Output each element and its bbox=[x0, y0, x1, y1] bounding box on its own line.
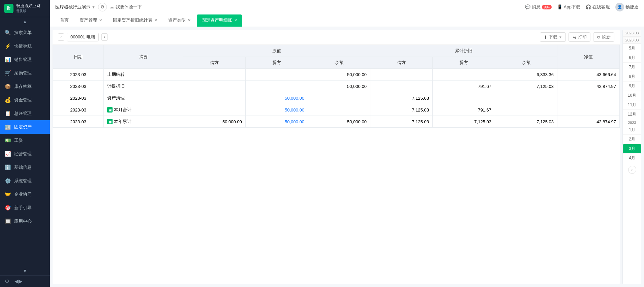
date-panel-month-3[interactable]: 3月 bbox=[623, 144, 641, 154]
date-panel-month-2[interactable]: 2月 bbox=[623, 135, 641, 144]
sidebar-item-purchase[interactable]: 🛒 采购管理 bbox=[0, 66, 50, 80]
cell-accum-balance: 6,333.36 bbox=[495, 69, 557, 81]
customer-service-label: 在线客服 bbox=[592, 4, 610, 10]
user-name: 畅捷通 bbox=[625, 4, 639, 10]
app-download-btn[interactable]: 📱 App下载 bbox=[557, 4, 580, 10]
app-download-icon: 📱 bbox=[557, 4, 562, 9]
sidebar-item-search[interactable]: 🔍 搜索菜单 bbox=[0, 26, 50, 39]
th-original-value: 原值 bbox=[183, 45, 370, 57]
sidebar-item-enterprise[interactable]: 🤝 企业协同 bbox=[0, 188, 50, 201]
sidebar-item-sales[interactable]: 📊 销售管理 bbox=[0, 53, 50, 66]
main-area: 医疗器械行业演示 ▼ ⚙ ☁ 我要体验一下 💬 消息 99+ 📱 App下载 🎧… bbox=[50, 0, 644, 287]
cell-accum-credit: 791.67 bbox=[432, 104, 495, 116]
cell-summary: ▣ 本月合计 bbox=[104, 104, 183, 116]
th-orig-debit: 借方 bbox=[183, 57, 245, 69]
cell-accum-debit: 7,125.03 bbox=[370, 104, 432, 116]
sidebar-item-guide[interactable]: 🎯 新手引导 bbox=[0, 201, 50, 215]
download-btn[interactable]: ⬇ 下载 ▼ bbox=[540, 32, 566, 42]
cell-orig-balance bbox=[308, 104, 370, 116]
sidebar-item-inventory[interactable]: 📦 库存核算 bbox=[0, 80, 50, 93]
date-panel-month-11[interactable]: 11月 bbox=[623, 100, 641, 110]
cell-date: 2023-03 bbox=[53, 81, 104, 92]
table-row: 2023-03 计提折旧 50,000.00 791.67 7,125.03 4… bbox=[53, 81, 620, 92]
sidebar-item-system[interactable]: ⚙️ 系统管理 bbox=[0, 174, 50, 188]
sidebar-item-label: 固定资产 bbox=[14, 124, 32, 130]
customer-service-btn[interactable]: 🎧 在线客服 bbox=[586, 4, 610, 10]
cell-orig-debit: 50,000.00 bbox=[183, 116, 245, 128]
date-panel-month-12[interactable]: 12月 bbox=[623, 110, 641, 119]
date-panel-month-6[interactable]: 6月 bbox=[623, 53, 641, 63]
topbar-settings-btn[interactable]: ⚙ bbox=[98, 3, 107, 11]
date-panel-month-5[interactable]: 5月 bbox=[623, 44, 641, 53]
print-btn[interactable]: 🖨 打印 bbox=[569, 32, 590, 42]
sidebar-item-label: 采购管理 bbox=[14, 70, 32, 76]
sidebar-item-label: 总账管理 bbox=[14, 110, 32, 117]
experience-btn[interactable]: ☁ 我要体验一下 bbox=[110, 4, 142, 10]
tab-depreciation-stats[interactable]: 固定资产折旧统计表 ✕ bbox=[108, 14, 162, 27]
topbar: 医疗器械行业演示 ▼ ⚙ ☁ 我要体验一下 💬 消息 99+ 📱 App下载 🎧… bbox=[50, 0, 644, 14]
tab-asset-mgmt[interactable]: 资产管理 ✕ bbox=[75, 14, 107, 27]
collapse-sidebar-icon[interactable]: ◀▶ bbox=[14, 278, 23, 284]
sidebar-item-label: 工资 bbox=[14, 137, 23, 144]
sidebar-scroll: 🔍 搜索菜单 ⚡ 快捷导航 📊 销售管理 🛒 采购管理 📦 库存核算 💰 资金管… bbox=[0, 26, 50, 266]
date-panel-month-9[interactable]: 9月 bbox=[623, 82, 641, 91]
tab-asset-detail-label: 固定资产明细账 bbox=[202, 17, 232, 23]
experience-label: 我要体验一下 bbox=[116, 4, 142, 10]
date-panel-close-btn[interactable]: › bbox=[628, 166, 636, 174]
sidebar-item-label: 快捷导航 bbox=[14, 43, 32, 49]
cell-accum-credit bbox=[432, 69, 495, 81]
sidebar-item-payroll[interactable]: 💵 工资 bbox=[0, 134, 50, 147]
sidebar-item-finance[interactable]: 💰 资金管理 bbox=[0, 93, 50, 107]
cell-orig-balance: 50,000.00 bbox=[308, 81, 370, 92]
sidebar-footer: ⚙ ◀▶ bbox=[0, 275, 50, 287]
date-panel-month-8[interactable]: 8月 bbox=[623, 72, 641, 82]
refresh-btn[interactable]: ↻ 刷新 bbox=[593, 32, 614, 42]
date-panel-month-7[interactable]: 7月 bbox=[623, 63, 641, 72]
cell-orig-credit: 50,000.00 bbox=[245, 104, 308, 116]
data-table: 日期 摘要 原值 累计折旧 净值 借方 贷方 余额 借方 贷方 余额 bbox=[53, 45, 620, 128]
cell-accum-debit: 7,125.03 bbox=[370, 116, 432, 128]
sidebar-item-quick-nav[interactable]: ⚡ 快捷导航 bbox=[0, 39, 50, 53]
cell-orig-balance bbox=[308, 92, 370, 104]
table-row: 2023-03 上期结转 50,000.00 6,333.36 43,666.6… bbox=[53, 69, 620, 81]
tab-home[interactable]: 首页 bbox=[55, 14, 73, 27]
tab-asset-type[interactable]: 资产类型 ✕ bbox=[163, 14, 195, 27]
tab-asset-type-close[interactable]: ✕ bbox=[188, 18, 191, 23]
cell-date: 2023-03 bbox=[53, 116, 104, 128]
sidebar-item-basic-info[interactable]: ℹ️ 基础信息 bbox=[0, 161, 50, 174]
th-summary: 摘要 bbox=[104, 45, 183, 69]
sidebar-item-fixed-assets[interactable]: 🏢 固定资产 bbox=[0, 120, 50, 134]
date-panel-month-1[interactable]: 1月 bbox=[623, 125, 641, 135]
cell-accum-credit: 791.67 bbox=[432, 81, 495, 92]
th-accumulated-dep: 累计折旧 bbox=[370, 45, 557, 57]
tab-home-label: 首页 bbox=[60, 17, 69, 23]
company-selector[interactable]: 医疗器械行业演示 ▼ bbox=[55, 4, 95, 10]
date-panel-month-10[interactable]: 10月 bbox=[623, 91, 641, 100]
cell-accum-balance: 7,125.03 bbox=[495, 81, 557, 92]
sidebar-item-app-center[interactable]: 🔲 应用中心 bbox=[0, 215, 50, 228]
operations-icon: 📈 bbox=[5, 151, 11, 157]
next-asset-btn[interactable]: › bbox=[101, 33, 108, 41]
cell-date: 2023-03 bbox=[53, 69, 104, 81]
download-icon: ⬇ bbox=[544, 35, 547, 40]
date-year-2023: 2023 bbox=[623, 119, 641, 125]
sidebar-item-label: 库存核算 bbox=[14, 84, 32, 90]
tab-asset-detail[interactable]: 固定资产明细账 ✕ bbox=[197, 14, 242, 27]
date-panel-month-4[interactable]: 4月 bbox=[623, 154, 641, 163]
prev-asset-btn[interactable]: ‹ bbox=[58, 33, 64, 41]
tab-asset-detail-close[interactable]: ✕ bbox=[234, 18, 237, 23]
sidebar-item-ledger[interactable]: 📋 总账管理 bbox=[0, 107, 50, 120]
cell-orig-debit bbox=[183, 92, 245, 104]
enterprise-icon: 🤝 bbox=[5, 191, 11, 197]
tab-asset-mgmt-close[interactable]: ✕ bbox=[99, 18, 102, 23]
sidebar-scroll-down-btn[interactable]: ▼ bbox=[22, 267, 28, 274]
user-area[interactable]: 👤 畅捷通 bbox=[615, 3, 639, 11]
settings-footer-icon[interactable]: ⚙ bbox=[5, 278, 9, 284]
sidebar-scroll-up-btn[interactable]: ▲ bbox=[22, 18, 28, 25]
sidebar-item-operations[interactable]: 📈 经营管理 bbox=[0, 147, 50, 161]
tab-depreciation-stats-close[interactable]: ✕ bbox=[154, 18, 157, 23]
message-btn[interactable]: 💬 消息 99+ bbox=[525, 4, 552, 10]
payroll-icon: 💵 bbox=[5, 137, 11, 144]
cell-net-value: 43,666.64 bbox=[557, 69, 619, 81]
sidebar-item-label: 新手引导 bbox=[14, 205, 32, 211]
